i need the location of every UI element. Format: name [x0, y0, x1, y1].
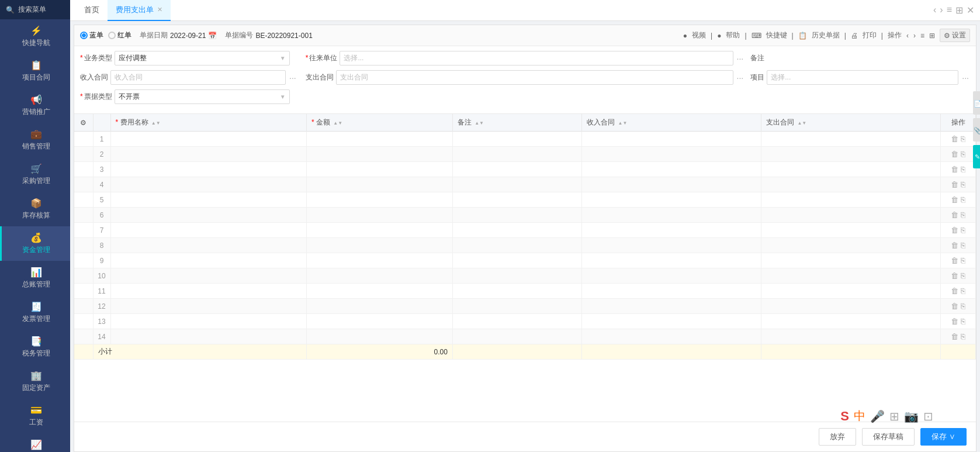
- copy-row-icon[interactable]: ⎘: [961, 332, 965, 341]
- expense-contract-cell[interactable]: [761, 162, 941, 177]
- toolbar-shortcuts-label[interactable]: 快捷键: [766, 30, 787, 40]
- income-contract-cell[interactable]: [582, 253, 761, 268]
- income-contract-cell[interactable]: [582, 147, 761, 162]
- amount-cell[interactable]: [306, 238, 452, 253]
- toolbar-next-icon[interactable]: ›: [913, 32, 916, 40]
- th-gear[interactable]: ⚙: [74, 114, 93, 132]
- remark-cell[interactable]: [452, 268, 581, 284]
- expense-name-cell[interactable]: [110, 177, 306, 192]
- remark-cell[interactable]: [452, 162, 581, 177]
- remark-cell[interactable]: [452, 329, 581, 344]
- income-contract-cell[interactable]: [582, 132, 761, 147]
- copy-row-icon[interactable]: ⎘: [961, 271, 965, 280]
- copy-row-icon[interactable]: ⎘: [961, 150, 965, 158]
- expense-contract-cell[interactable]: [761, 284, 941, 299]
- tab-close-button[interactable]: ✕: [157, 6, 162, 13]
- th-expense-contract[interactable]: 支出合同 ▲▼: [761, 114, 941, 132]
- sort-expense-icon[interactable]: ▲▼: [797, 120, 806, 126]
- amount-cell[interactable]: [306, 177, 452, 192]
- income-contract-cell[interactable]: [582, 238, 761, 253]
- remark-cell[interactable]: [452, 147, 581, 162]
- radio-red[interactable]: 红单: [108, 30, 131, 40]
- right-panel-clip-btn[interactable]: 📎: [973, 118, 980, 142]
- amount-cell[interactable]: [306, 223, 452, 238]
- income-contract-cell[interactable]: [582, 329, 761, 344]
- copy-row-icon[interactable]: ⎘: [961, 211, 965, 219]
- expense-contract-cell[interactable]: [761, 208, 941, 223]
- sidebar-item-project-contract[interactable]: 📋 项目合同: [0, 54, 70, 88]
- expense-name-cell[interactable]: [110, 238, 306, 253]
- copy-row-icon[interactable]: ⎘: [961, 226, 965, 234]
- business-type-select[interactable]: 应付调整 ▼: [115, 51, 290, 65]
- amount-cell[interactable]: [306, 329, 452, 344]
- expense-contract-cell[interactable]: [761, 132, 941, 147]
- sidebar-item-fixed-assets[interactable]: 🏢 固定资产: [0, 364, 70, 399]
- remark-cell[interactable]: [452, 177, 581, 192]
- tab-next-icon[interactable]: ›: [940, 5, 943, 16]
- income-contract-cell[interactable]: [582, 208, 761, 223]
- delete-row-icon[interactable]: 🗑: [951, 165, 958, 174]
- delete-row-icon[interactable]: 🗑: [951, 241, 958, 250]
- th-remark[interactable]: 备注 ▲▼: [452, 114, 581, 132]
- amount-cell[interactable]: [306, 268, 452, 284]
- income-contract-cell[interactable]: [582, 192, 761, 208]
- save-draft-button[interactable]: 保存草稿: [862, 428, 915, 446]
- right-panel-doc-btn[interactable]: 📄: [973, 91, 980, 115]
- expense-contract-cell[interactable]: [761, 223, 941, 238]
- discard-button[interactable]: 放弃: [819, 428, 856, 446]
- remark-cell[interactable]: [452, 192, 581, 208]
- expense-name-cell[interactable]: [110, 253, 306, 268]
- expense-name-cell[interactable]: [110, 223, 306, 238]
- sidebar-item-sales[interactable]: 💼 销售管理: [0, 123, 70, 157]
- tab-menu-icon[interactable]: ≡: [947, 5, 952, 16]
- sidebar-item-purchase[interactable]: 🛒 采购管理: [0, 157, 70, 192]
- expense-contract-cell[interactable]: [761, 238, 941, 253]
- sidebar-item-salary[interactable]: 💳 工资: [0, 399, 70, 433]
- window-close-icon[interactable]: ✕: [967, 5, 974, 16]
- expense-contract-ellipsis-icon[interactable]: ···: [736, 73, 745, 82]
- remark-cell[interactable]: [452, 284, 581, 299]
- remark-cell[interactable]: [452, 132, 581, 147]
- copy-row-icon[interactable]: ⎘: [961, 180, 965, 189]
- counterpart-input[interactable]: 选择...: [340, 51, 733, 65]
- tab-prev-icon[interactable]: ‹: [933, 5, 936, 16]
- income-contract-cell[interactable]: [582, 162, 761, 177]
- toolbar-video-label[interactable]: 视频: [692, 30, 706, 40]
- income-contract-cell[interactable]: [582, 223, 761, 238]
- sidebar-item-quick-nav[interactable]: ⚡ 快捷导航: [0, 19, 70, 54]
- expense-contract-cell[interactable]: [761, 299, 941, 314]
- save-button[interactable]: 保存 ∨: [920, 428, 967, 446]
- delete-row-icon[interactable]: 🗑: [951, 150, 958, 158]
- income-contract-cell[interactable]: [582, 314, 761, 329]
- expense-name-cell[interactable]: [110, 132, 306, 147]
- expense-contract-cell[interactable]: [761, 314, 941, 329]
- delete-row-icon[interactable]: 🗑: [951, 317, 958, 326]
- amount-cell[interactable]: [306, 208, 452, 223]
- sidebar-item-operation[interactable]: 📈 经营管理: [0, 433, 70, 452]
- remark-cell[interactable]: [452, 253, 581, 268]
- project-input[interactable]: 选择...: [767, 70, 958, 85]
- delete-row-icon[interactable]: 🗑: [951, 226, 958, 234]
- expense-name-cell[interactable]: [110, 314, 306, 329]
- amount-cell[interactable]: [306, 314, 452, 329]
- copy-row-icon[interactable]: ⎘: [961, 287, 965, 295]
- amount-cell[interactable]: [306, 162, 452, 177]
- expense-name-cell[interactable]: [110, 299, 306, 314]
- expense-name-cell[interactable]: [110, 208, 306, 223]
- expense-contract-cell[interactable]: [761, 253, 941, 268]
- date-value[interactable]: 2022-09-21: [170, 32, 206, 40]
- toolbar-grid-icon[interactable]: ⊞: [929, 32, 935, 40]
- delete-row-icon[interactable]: 🗑: [951, 134, 958, 143]
- copy-row-icon[interactable]: ⎘: [961, 256, 965, 265]
- copy-row-icon[interactable]: ⎘: [961, 317, 965, 326]
- copy-row-icon[interactable]: ⎘: [961, 165, 965, 174]
- th-amount[interactable]: * 金额 ▲▼: [306, 114, 452, 132]
- sidebar-item-invoice[interactable]: 🧾 发票管理: [0, 295, 70, 330]
- calendar-icon[interactable]: 📅: [208, 32, 217, 40]
- sort-income-icon[interactable]: ▲▼: [618, 120, 628, 126]
- expense-contract-cell[interactable]: [761, 147, 941, 162]
- th-income-contract[interactable]: 收入合同 ▲▼: [582, 114, 761, 132]
- right-panel-green-btn[interactable]: ✎: [973, 145, 980, 168]
- tab-expense[interactable]: 费用支出单 ✕: [108, 0, 171, 21]
- sort-amount-icon[interactable]: ▲▼: [333, 120, 342, 126]
